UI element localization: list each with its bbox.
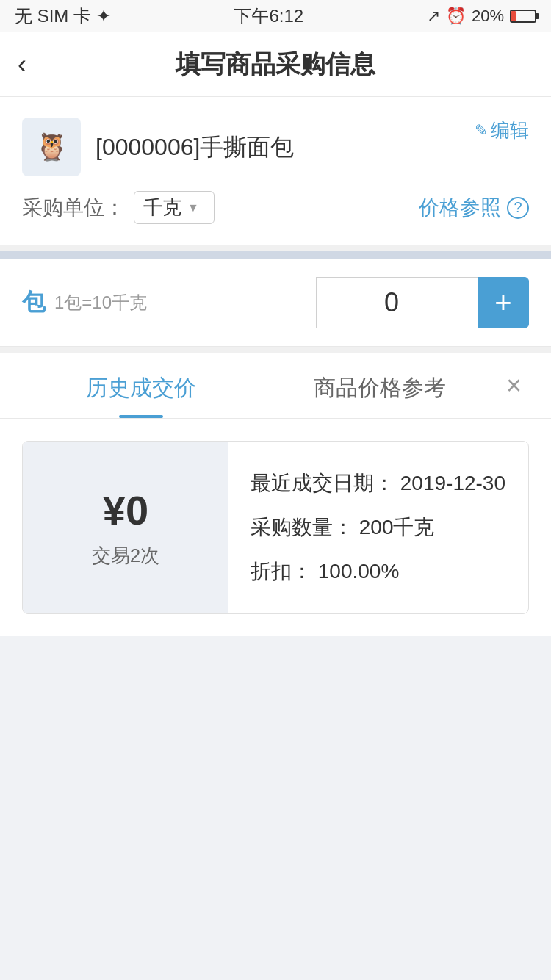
quantity-row: 包 1包=10千克 + xyxy=(0,259,551,347)
bag-conversion: 1包=10千克 xyxy=(54,291,147,314)
price-reference-button[interactable]: 价格参照 ? xyxy=(419,194,529,222)
edit-button[interactable]: ✎ 编辑 xyxy=(475,118,529,143)
history-trade-count: 交易2次 xyxy=(92,543,159,569)
battery-percent: 20% xyxy=(472,7,504,26)
tabs-header: 历史成交价 商品价格参考 × xyxy=(0,353,551,419)
discount-row: 折扣： 100.00% xyxy=(251,556,506,587)
page-title: 填写商品采购信息 xyxy=(176,48,375,82)
history-price-value: ¥0 xyxy=(103,486,148,534)
quantity-input-group: + xyxy=(316,277,529,328)
status-left: 无 SIM 卡 ✦ xyxy=(15,4,111,28)
back-button[interactable]: ‹ xyxy=(18,49,26,80)
status-time: 下午6:12 xyxy=(234,4,303,28)
help-icon: ? xyxy=(507,197,529,219)
tab-price-reference[interactable]: 商品价格参考 xyxy=(260,353,498,418)
product-thumbnail: 🦉 xyxy=(22,118,81,176)
quantity-label: 包 1包=10千克 xyxy=(22,287,147,319)
history-card: ¥0 交易2次 最近成交日期： 2019-12-30 采购数量： 200千克 折… xyxy=(22,441,529,614)
section-divider xyxy=(0,251,551,259)
alarm-icon: ⏰ xyxy=(446,7,466,26)
status-right: ↗ ⏰ 20% xyxy=(427,7,536,26)
nav-bar: ‹ 填写商品采购信息 xyxy=(0,32,551,97)
product-name: [0000006]手撕面包 xyxy=(96,131,294,164)
unit-row: 采购单位： 千克 xyxy=(22,191,215,224)
unit-label: 采购单位： xyxy=(22,194,125,222)
recent-date-row: 最近成交日期： 2019-12-30 xyxy=(251,468,506,499)
page-background xyxy=(0,636,551,980)
tabs-close-button[interactable]: × xyxy=(499,356,529,416)
history-price-section: ¥0 交易2次 xyxy=(23,442,228,613)
purchase-qty-row: 采购数量： 200千克 xyxy=(251,512,506,543)
tabs-panel: 历史成交价 商品价格参考 × ¥0 交易2次 最近成交日期： 2019-12-3… xyxy=(0,353,551,636)
product-info: 🦉 [0000006]手撕面包 xyxy=(22,118,294,176)
history-details-section: 最近成交日期： 2019-12-30 采购数量： 200千克 折扣： 100.0… xyxy=(228,442,528,613)
tab-content: ¥0 交易2次 最近成交日期： 2019-12-30 采购数量： 200千克 折… xyxy=(0,419,551,636)
product-card: 🦉 [0000006]手撕面包 ✎ 编辑 采购单位： 千克 价格参照 ? xyxy=(0,97,551,245)
battery-icon xyxy=(510,10,536,23)
quantity-plus-button[interactable]: + xyxy=(478,277,529,328)
tab-history-price[interactable]: 历史成交价 xyxy=(22,353,260,418)
status-bar: 无 SIM 卡 ✦ 下午6:12 ↗ ⏰ 20% xyxy=(0,0,551,32)
location-icon: ↗ xyxy=(427,7,440,26)
quantity-input[interactable] xyxy=(316,277,478,328)
edit-icon: ✎ xyxy=(475,121,488,140)
product-logo-icon: 🦉 xyxy=(35,131,68,162)
bag-unit-label: 包 xyxy=(22,287,46,319)
unit-select[interactable]: 千克 xyxy=(134,191,215,224)
